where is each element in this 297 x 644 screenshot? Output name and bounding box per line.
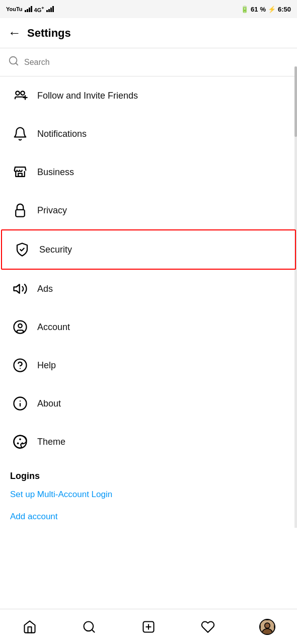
time-label: 6:50 (278, 6, 291, 13)
add-icon (141, 620, 156, 634)
ads-label: Ads (37, 284, 53, 294)
megaphone-icon (10, 279, 30, 299)
charge-icon: ⚡ (268, 6, 276, 13)
shield-check-icon (12, 239, 32, 260)
avatar (259, 619, 275, 635)
business-label: Business (37, 167, 74, 178)
back-button[interactable]: ← (8, 25, 21, 41)
menu-item-security[interactable]: Security (1, 229, 296, 270)
palette-icon (10, 432, 30, 452)
nav-search[interactable] (74, 614, 104, 639)
menu-item-follow[interactable]: Follow and Invite Friends (0, 76, 297, 115)
status-bar: YouTu 4G+ 🔋 61% ⚡ 6:50 (0, 0, 297, 18)
battery-icon: 🔋 (241, 6, 249, 13)
store-icon (10, 162, 30, 182)
svg-point-9 (14, 359, 27, 372)
bell-icon (10, 124, 30, 144)
menu-item-help[interactable]: Help (0, 346, 297, 384)
person-circle-icon (10, 317, 30, 337)
multi-account-link[interactable]: Set up Multi-Account Login (0, 484, 297, 506)
add-account-link[interactable]: Add account (0, 506, 297, 528)
search-nav-icon (82, 620, 96, 634)
network-label: 4G+ (34, 6, 44, 13)
bottom-nav (0, 609, 297, 644)
follow-label: Follow and Invite Friends (37, 91, 138, 101)
svg-point-25 (262, 628, 272, 634)
lock-icon (10, 200, 30, 220)
search-input[interactable] (24, 58, 289, 67)
search-icon (8, 55, 19, 69)
nav-home[interactable] (15, 614, 45, 639)
search-container (0, 48, 297, 76)
menu-list: Follow and Invite Friends Notifications (0, 76, 297, 461)
about-label: About (37, 398, 61, 409)
carrier-label: YouTu (6, 6, 23, 12)
menu-item-account[interactable]: Account (0, 308, 297, 346)
svg-line-19 (92, 629, 94, 632)
signal-bars-2 (46, 6, 54, 12)
notifications-label: Notifications (37, 129, 87, 139)
svg-marker-6 (14, 284, 20, 293)
nav-add[interactable] (133, 614, 164, 639)
add-person-icon (10, 86, 30, 106)
signal-bars (25, 6, 32, 12)
home-icon (23, 620, 37, 634)
help-label: Help (37, 360, 56, 371)
heart-icon (201, 620, 215, 634)
security-label: Security (39, 245, 72, 255)
battery-label: 61 (251, 6, 258, 13)
nav-profile[interactable] (252, 614, 282, 639)
svg-rect-4 (18, 174, 22, 177)
account-label: Account (37, 322, 70, 333)
privacy-label: Privacy (37, 205, 67, 216)
svg-point-24 (265, 623, 270, 628)
status-right: 🔋 61% ⚡ 6:50 (241, 6, 291, 13)
settings-header: ← Settings (0, 18, 297, 48)
menu-item-theme[interactable]: Theme (0, 423, 297, 461)
menu-item-ads[interactable]: Ads (0, 270, 297, 308)
nav-likes[interactable] (193, 614, 223, 639)
logins-section-label: Logins (0, 461, 297, 484)
svg-point-15 (17, 442, 19, 444)
svg-point-16 (19, 438, 21, 440)
page-title: Settings (27, 27, 71, 40)
svg-line-1 (16, 63, 18, 65)
theme-label: Theme (37, 437, 65, 447)
question-circle-icon (10, 355, 30, 375)
menu-item-privacy[interactable]: Privacy (0, 191, 297, 229)
svg-point-7 (14, 321, 27, 334)
status-left: YouTu 4G+ (6, 6, 54, 13)
info-circle-icon (10, 393, 30, 414)
svg-rect-5 (16, 210, 25, 217)
menu-item-notifications[interactable]: Notifications (0, 115, 297, 153)
svg-point-8 (18, 324, 22, 328)
menu-item-about[interactable]: About (0, 384, 297, 423)
menu-item-business[interactable]: Business (0, 153, 297, 191)
